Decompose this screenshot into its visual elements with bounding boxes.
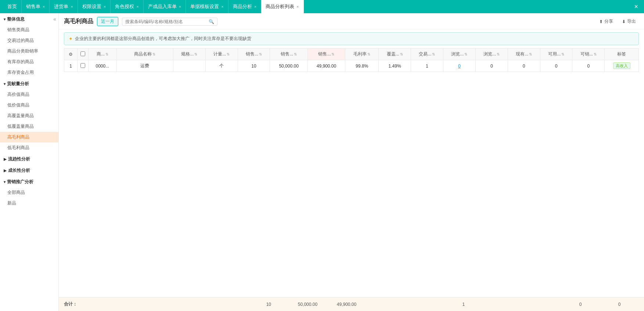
sidebar-item-high-value[interactable]: 高价值商品 xyxy=(0,89,58,100)
sidebar-item-new-goods[interactable]: 新品 xyxy=(0,198,58,209)
col-transactions[interactable]: 交易...⇅ xyxy=(411,48,443,60)
sidebar-group-growth-label: 成长性分析 xyxy=(8,167,30,174)
tab-products[interactable]: 产成品入库单 × xyxy=(144,0,186,13)
tab-templates[interactable]: 单据模板设置 × xyxy=(186,0,228,13)
close-all-button[interactable]: × xyxy=(631,3,641,11)
col-browse1[interactable]: 浏览...⇅ xyxy=(443,48,475,60)
col-coverage[interactable]: 覆盖...⇅ xyxy=(379,48,411,60)
cell-sales-amount: 50,000.00 xyxy=(270,60,307,72)
tab-analysis-list[interactable]: 商品分析列表 × xyxy=(261,0,303,13)
sort-icon: ⇅ xyxy=(194,52,197,56)
content-area: 高毛利商品 近一月 🔍 ⬆ 分享 ⬇ 导出 ✦ 企业的主要的利润都是这部分商品创… xyxy=(59,13,644,311)
tab-permissions[interactable]: 权限设置 × xyxy=(78,0,111,13)
sidebar-collapse-button[interactable]: « xyxy=(53,16,56,22)
col-spec[interactable]: 规格...⇅ xyxy=(173,48,205,60)
col-settings[interactable]: ⚙ xyxy=(64,48,78,60)
tab-home[interactable]: 首页 xyxy=(3,0,22,13)
sort-icon: ⇅ xyxy=(105,52,108,56)
cell-tag: 高收入 xyxy=(605,60,639,72)
col-name[interactable]: 商品名称⇅ xyxy=(116,48,173,60)
row-checkbox[interactable] xyxy=(80,63,85,68)
col-gross-margin[interactable]: 毛利率⇅ xyxy=(345,48,379,60)
col-code[interactable]: 商...⇅ xyxy=(89,48,117,60)
info-banner: ✦ 企业的主要的利润都是这部分商品创造的，可考虑加大推广，同时关注库存是不要出现… xyxy=(64,32,639,45)
sidebar-item-traded-goods[interactable]: 交易过的商品 xyxy=(0,35,58,46)
close-icon[interactable]: × xyxy=(254,4,256,9)
search-icon[interactable]: 🔍 xyxy=(209,19,214,24)
share-label: 分享 xyxy=(604,18,613,25)
sidebar-item-sales-goods[interactable]: 销售类商品 xyxy=(0,25,58,35)
sidebar-item-stock-capital[interactable]: 库存资金占用 xyxy=(0,67,58,78)
sidebar-item-all-goods[interactable]: 全部商品 xyxy=(0,187,58,198)
footer-spacer6 xyxy=(405,302,444,307)
cell-browse2: 0 xyxy=(475,60,508,72)
close-icon[interactable]: × xyxy=(136,4,138,9)
col-unit[interactable]: 计量...⇅ xyxy=(205,48,238,60)
sidebar-item-low-value[interactable]: 低价值商品 xyxy=(0,100,58,111)
sidebar-group-contribution[interactable]: ▾ 贡献量分析 xyxy=(0,78,58,89)
cell-code: 0000... xyxy=(89,60,117,72)
sidebar-item-low-margin[interactable]: 低毛利商品 xyxy=(0,142,58,153)
sort-icon: ⇅ xyxy=(227,52,230,56)
settings-icon: ⚙ xyxy=(69,52,73,57)
sort-icon: ⇅ xyxy=(464,52,467,56)
sidebar-item-high-coverage[interactable]: 高覆盖量商品 xyxy=(0,111,58,121)
footer-spacer4 xyxy=(210,302,249,307)
page-title: 高毛利商品 xyxy=(64,18,93,25)
sidebar-item-category-sales-rate[interactable]: 商品分类助销率 xyxy=(0,46,58,57)
footer-spacer8 xyxy=(522,302,561,307)
col-checkbox[interactable] xyxy=(78,48,89,60)
col-sales-profit[interactable]: 销售...⇅ xyxy=(307,48,345,60)
close-icon[interactable]: × xyxy=(104,4,106,9)
tab-analysis[interactable]: 商品分析 × xyxy=(229,0,261,13)
close-icon[interactable]: × xyxy=(71,4,73,9)
tab-label-sales: 销售单 xyxy=(26,3,40,10)
footer-values: 10 50,000.00 49,900.00 1 0 0 xyxy=(93,302,639,307)
col-available1[interactable]: 现有...⇅ xyxy=(508,48,540,60)
close-icon[interactable]: × xyxy=(296,4,299,9)
cell-sales-profit: 49,900.00 xyxy=(307,60,345,72)
sidebar-item-stocked-goods[interactable]: 有库存的商品 xyxy=(0,57,58,67)
col-sales-amount[interactable]: 销售...⇅ xyxy=(270,48,307,60)
close-icon[interactable]: × xyxy=(43,4,45,9)
cell-browse1: 0 xyxy=(443,60,475,72)
sidebar-group-overall[interactable]: ▾ 整体信息 xyxy=(0,13,58,25)
cell-spec xyxy=(173,60,205,72)
link[interactable]: 0 xyxy=(458,64,461,69)
info-banner-text: 企业的主要的利润都是这部分商品创造的，可考虑加大推广，同时关注库存是不要出现缺货 xyxy=(75,36,251,42)
table-header-row: ⚙ 商...⇅ 商品名称⇅ 规格...⇅ xyxy=(64,48,639,60)
filter-month-button[interactable]: 近一月 xyxy=(97,17,118,26)
cell-sellable: 0 xyxy=(572,60,605,72)
col-tag[interactable]: 标签 xyxy=(605,48,639,60)
share-icon: ⬆ xyxy=(599,19,603,24)
tab-roles[interactable]: 角色授权 × xyxy=(111,0,143,13)
sidebar-group-marketing[interactable]: ▾ 营销推广分析 xyxy=(0,176,58,187)
sidebar-group-growth[interactable]: ▶ 成长性分析 xyxy=(0,164,58,176)
table-container[interactable]: ⚙ 商...⇅ 商品名称⇅ 规格...⇅ xyxy=(64,48,639,297)
search-box: 🔍 xyxy=(122,18,217,26)
tab-label-templates: 单据模板设置 xyxy=(190,3,219,10)
col-browse2[interactable]: 浏览...⇅ xyxy=(475,48,508,60)
col-available2[interactable]: 可用...⇅ xyxy=(540,48,572,60)
table-row: 10000...运费个1050,000.0049,900.0099.8%1.49… xyxy=(64,60,639,72)
tab-label-analysis: 商品分析 xyxy=(233,3,252,10)
col-sellable[interactable]: 可销...⇅ xyxy=(572,48,605,60)
cell-checkbox xyxy=(78,60,89,72)
select-all-checkbox[interactable] xyxy=(80,51,85,56)
share-button[interactable]: ⬆ 分享 xyxy=(596,17,616,26)
cell-gross-margin: 99.8% xyxy=(345,60,379,72)
close-icon[interactable]: × xyxy=(179,4,181,9)
search-input[interactable] xyxy=(125,19,207,24)
sidebar-item-high-margin[interactable]: 高毛利商品 xyxy=(0,132,58,142)
sidebar-group-trend[interactable]: ▶ 流趋性分析 xyxy=(0,153,58,164)
col-sales-qty[interactable]: 销售...⇅ xyxy=(238,48,270,60)
footer-spacer5 xyxy=(366,302,405,307)
footer-sales-amount: 50,000.00 xyxy=(288,302,327,307)
arrow-down-icon: ▾ xyxy=(4,82,6,86)
tab-sales[interactable]: 销售单 × xyxy=(22,0,50,13)
sidebar-item-low-coverage[interactable]: 低覆盖量商品 xyxy=(0,121,58,132)
footer-available2: 0 xyxy=(600,302,639,307)
tab-purchase[interactable]: 进货单 × xyxy=(50,0,78,13)
export-button[interactable]: ⬇ 导出 xyxy=(619,17,639,26)
close-icon[interactable]: × xyxy=(221,4,223,9)
